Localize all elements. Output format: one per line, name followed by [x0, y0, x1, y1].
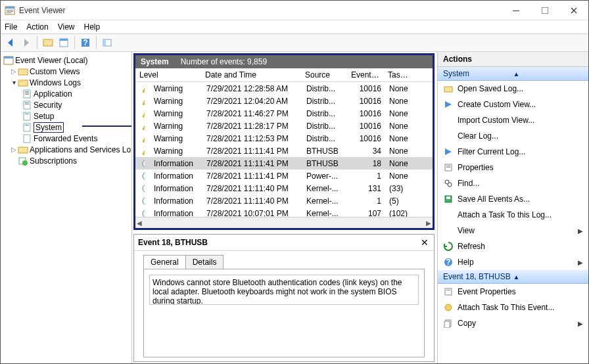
- table-row[interactable]: Warning 7/29/2021 12:04:20 AM Distrib...…: [135, 95, 433, 107]
- action-icon: [443, 178, 454, 189]
- grid-body[interactable]: Warning 7/29/2021 12:28:58 AM Distrib...…: [135, 82, 433, 217]
- tree-root[interactable]: Event Viewer (Local): [1, 55, 131, 66]
- info-icon: i: [138, 158, 149, 169]
- action-copy[interactable]: Copy▶: [438, 315, 588, 331]
- folder-open-icon: [18, 78, 28, 88]
- table-row[interactable]: Warning 7/28/2021 11:12:53 PM Distrib...…: [135, 132, 433, 145]
- action-icon: ?: [443, 257, 454, 267]
- warning-icon: [138, 96, 149, 106]
- action-help[interactable]: ?Help▶: [438, 254, 588, 270]
- action-clear-log[interactable]: Clear Log...: [438, 128, 588, 144]
- table-row[interactable]: i Information 7/28/2021 11:11:41 PM BTHU…: [135, 157, 433, 170]
- forward-button[interactable]: [19, 35, 34, 50]
- table-row[interactable]: Warning 7/28/2021 11:28:17 PM Distrib...…: [135, 120, 433, 132]
- action-refresh[interactable]: Refresh: [438, 239, 588, 254]
- tree-log-setup[interactable]: Setup: [1, 110, 131, 122]
- menu-action[interactable]: Action: [26, 22, 48, 32]
- actions-section-event[interactable]: Event 18, BTHUSB▲: [438, 270, 588, 284]
- action-view[interactable]: View▶: [438, 223, 588, 239]
- action-import-custom-view[interactable]: Import Custom View...: [438, 112, 588, 128]
- col-date[interactable]: Date and Time: [201, 68, 301, 81]
- col-level[interactable]: Level: [135, 68, 201, 81]
- table-row[interactable]: Warning 7/28/2021 11:46:27 PM Distrib...…: [135, 107, 433, 120]
- tree-apps-services[interactable]: ▷ Applications and Services Lo: [1, 144, 131, 155]
- col-eventid[interactable]: Event ID: [347, 68, 384, 81]
- grid-columns[interactable]: Level Date and Time Source Event ID Task…: [135, 68, 433, 82]
- action-filter-current-log[interactable]: Filter Current Log...: [438, 144, 588, 160]
- tree-subscriptions[interactable]: Subscriptions: [1, 155, 131, 166]
- svg-rect-21: [25, 93, 29, 93]
- svg-rect-31: [18, 147, 28, 153]
- action-attach-a-task-to-this-log[interactable]: Attach a Task To this Log...: [438, 207, 588, 223]
- action-event-properties[interactable]: Event Properties: [438, 284, 588, 300]
- help-button[interactable]: ?: [78, 35, 93, 50]
- tree-log-system[interactable]: System: [1, 122, 131, 133]
- col-task[interactable]: Task C: [384, 68, 415, 81]
- action-attach-task-to-this-event[interactable]: Attach Task To This Event...: [438, 300, 588, 315]
- svg-rect-58: [446, 166, 450, 166]
- tab-details[interactable]: Details: [186, 255, 224, 269]
- menu-file[interactable]: File: [5, 22, 17, 32]
- view-button[interactable]: [100, 35, 114, 50]
- svg-rect-13: [103, 39, 106, 46]
- window-title: Event Viewer: [19, 6, 502, 15]
- menu-view[interactable]: View: [58, 22, 75, 32]
- action-save-all-events-as[interactable]: Save All Events As...: [438, 191, 588, 207]
- svg-rect-30: [24, 135, 30, 143]
- svg-rect-56: [444, 87, 452, 92]
- horizontal-scrollbar[interactable]: ◀▶: [135, 217, 433, 228]
- title-bar: Event Viewer: [1, 1, 588, 20]
- tab-general[interactable]: General: [143, 255, 186, 269]
- actions-section-system[interactable]: System▲: [438, 67, 588, 81]
- close-button[interactable]: [559, 1, 588, 20]
- maximize-button[interactable]: [530, 1, 559, 20]
- tree-custom-views[interactable]: ▷ Custom Views: [1, 66, 131, 77]
- svg-rect-20: [25, 91, 29, 92]
- table-row[interactable]: i Information 7/28/2021 11:11:40 PM Kern…: [135, 182, 433, 194]
- info-icon: i: [138, 208, 149, 217]
- navigation-tree[interactable]: Event Viewer (Local) ▷ Custom Views ▾ Wi…: [1, 52, 132, 363]
- collapse-icon: ▲: [513, 70, 584, 78]
- minimize-button[interactable]: [502, 1, 530, 20]
- info-icon: i: [138, 171, 149, 181]
- svg-rect-2: [7, 10, 13, 11]
- detail-close-button[interactable]: ✕: [419, 237, 430, 248]
- tree-log-application[interactable]: Application: [1, 88, 131, 99]
- log-icon: [22, 100, 32, 110]
- table-row[interactable]: i Information 7/28/2021 11:11:41 PM Powe…: [135, 170, 433, 182]
- table-row[interactable]: Warning 7/29/2021 12:28:58 AM Distrib...…: [135, 82, 433, 95]
- show-tree-button[interactable]: [41, 35, 55, 50]
- detail-message: Windows cannot store Bluetooth authentic…: [149, 275, 419, 305]
- svg-rect-59: [446, 167, 450, 168]
- svg-rect-9: [60, 39, 68, 41]
- properties-button[interactable]: [57, 35, 71, 50]
- warning-icon: [138, 146, 149, 156]
- warning-icon: [138, 83, 149, 94]
- svg-point-48: [143, 172, 145, 180]
- action-create-custom-view[interactable]: Create Custom View...: [438, 97, 588, 112]
- warning-icon: [138, 108, 149, 119]
- tree-windows-logs[interactable]: ▾ Windows Logs: [1, 77, 131, 88]
- actions-header: Actions: [438, 52, 588, 67]
- svg-point-50: [143, 185, 145, 193]
- tree-log-security[interactable]: Security: [1, 99, 131, 110]
- action-icon: [443, 147, 454, 157]
- event-grid: System Number of events: 9,859 Level Dat…: [133, 53, 435, 230]
- svg-rect-24: [25, 102, 29, 103]
- table-row[interactable]: Warning 7/28/2021 11:11:41 PM BTHUSB 34 …: [135, 145, 433, 157]
- action-find[interactable]: Find...: [438, 175, 588, 191]
- tree-log-forwarded[interactable]: Forwarded Events: [1, 133, 131, 144]
- action-open-saved-log[interactable]: Open Saved Log...: [438, 81, 588, 97]
- action-properties[interactable]: Properties: [438, 160, 588, 175]
- back-button[interactable]: [3, 35, 18, 50]
- svg-rect-16: [18, 69, 28, 75]
- action-icon: [443, 99, 454, 110]
- action-icon: [443, 286, 454, 297]
- menu-help[interactable]: Help: [84, 22, 101, 32]
- chevron-right-icon: ▶: [578, 320, 583, 327]
- eventviewer-icon: [3, 55, 14, 66]
- table-row[interactable]: i Information 7/28/2021 10:07:01 PM Kern…: [135, 207, 433, 217]
- svg-text:?: ?: [446, 258, 450, 267]
- col-source[interactable]: Source: [301, 68, 347, 81]
- table-row[interactable]: i Information 7/28/2021 11:11:40 PM Kern…: [135, 194, 433, 207]
